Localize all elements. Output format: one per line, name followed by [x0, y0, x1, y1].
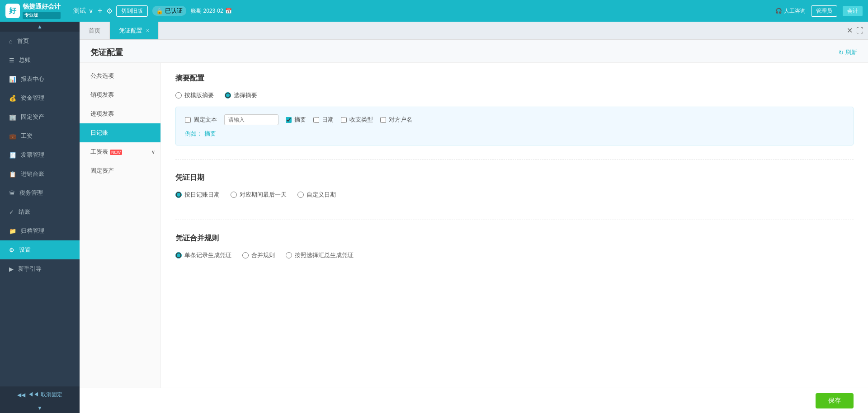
fixed-text-checkbox-input[interactable]: [185, 117, 191, 123]
summary-checkbox-input[interactable]: [286, 117, 292, 123]
refresh-button[interactable]: ↻ 刷新: [839, 48, 857, 56]
tab-凭证配置[interactable]: 凭证配置×: [110, 22, 159, 39]
page-header: 凭证配置 ↻ 刷新: [80, 40, 868, 63]
merge-radio-rules-input[interactable]: [242, 252, 249, 258]
summary-radio-template-input[interactable]: [175, 92, 182, 99]
content-area: 首页凭证配置× ✕ ⛶ 凭证配置 ↻ 刷新 公共选项销项发票进项发票日记账工资表…: [80, 22, 868, 413]
date-radio-custom-input[interactable]: [297, 192, 304, 198]
tab-close-icon[interactable]: ×: [146, 28, 149, 34]
fixed-text-label: 固定文本: [193, 116, 217, 124]
tab-bar: 首页凭证配置× ✕ ⛶: [80, 22, 868, 40]
sidebar-item-首页[interactable]: ⌂首页: [0, 32, 80, 51]
sidebar-item-报表中心[interactable]: 📊报表中心: [0, 70, 80, 89]
income-type-checkbox[interactable]: 收支类型: [341, 116, 373, 124]
logo-sub: 专业版: [23, 12, 61, 19]
left-nav-item-固定资产[interactable]: 固定资产: [80, 161, 160, 180]
fixed-text-input[interactable]: [224, 114, 278, 125]
merge-radio-single-label: 单条记录生成凭证: [184, 251, 231, 259]
add-button[interactable]: +: [98, 6, 103, 16]
sidebar-item-结账[interactable]: ✓结账: [0, 202, 80, 221]
date-radio-last-day[interactable]: 对应期间最后一天: [231, 191, 287, 199]
refresh-icon: ↻: [839, 49, 844, 56]
period-label: 账期: [191, 7, 202, 15]
merge-radio-summary[interactable]: 按照选择汇总生成凭证: [286, 251, 354, 259]
sidebar-scroll-down[interactable]: ▼: [0, 403, 80, 413]
sidebar-icon: 📋: [9, 171, 16, 178]
topbar-actions: + ⚙ 切到旧版: [98, 5, 148, 17]
sidebar: ▲ ⌂首页☰总账📊报表中心💰资金管理🏢固定资产💼工资🧾发票管理📋进销台账🏛税务管…: [0, 22, 80, 413]
summary-radio-template-label: 按模版摘要: [184, 91, 214, 99]
manager-button[interactable]: 管理员: [811, 5, 837, 17]
merge-rules-radio-group: 单条记录生成凭证 合并规则 按照选择汇总生成凭证: [175, 251, 854, 259]
example-value: 摘要: [204, 130, 216, 137]
page-content: 凭证配置 ↻ 刷新 公共选项销项发票进项发票日记账工资表NEW∨固定资产 摘要配…: [80, 40, 868, 413]
left-nav-label: 进项发票: [90, 110, 114, 117]
date-checkbox-input[interactable]: [313, 117, 319, 123]
sidebar-item-资金管理[interactable]: 💰资金管理: [0, 89, 80, 108]
cancel-pin-button[interactable]: ◀◀ ◀◀ 取消固定: [0, 386, 80, 403]
calendar-icon[interactable]: 📅: [225, 8, 232, 14]
summary-radio-select[interactable]: 选择摘要: [225, 91, 257, 99]
pin-icon: ◀◀: [17, 392, 25, 398]
counterpart-checkbox-input[interactable]: [380, 117, 386, 123]
sidebar-label: 归档管理: [21, 227, 44, 235]
left-nav-item-进项发票[interactable]: 进项发票: [80, 104, 160, 123]
merge-radio-single-input[interactable]: [175, 252, 182, 258]
save-button[interactable]: 保存: [816, 393, 854, 408]
sidebar-label: 税务管理: [19, 189, 43, 197]
income-type-label: 收支类型: [349, 116, 373, 124]
sidebar-item-设置[interactable]: ⚙设置: [0, 240, 80, 259]
merge-radio-summary-input[interactable]: [286, 252, 292, 258]
role-button[interactable]: 会计: [843, 6, 863, 16]
income-type-checkbox-input[interactable]: [341, 117, 347, 123]
counterpart-checkbox[interactable]: 对方户名: [380, 116, 412, 124]
date-radio-last-day-label: 对应期间最后一天: [240, 191, 287, 199]
save-bar: 保存: [80, 388, 868, 413]
summary-radio-template[interactable]: 按模版摘要: [175, 91, 214, 99]
sidebar-icon: ☰: [9, 57, 14, 64]
sidebar-label: 资金管理: [21, 94, 44, 102]
summary-checkbox[interactable]: 摘要: [286, 116, 306, 124]
sidebar-icon: 💰: [9, 95, 16, 102]
sidebar-item-工资[interactable]: 💼工资: [0, 127, 80, 145]
tab-首页[interactable]: 首页: [80, 22, 110, 39]
date-checkbox[interactable]: 日期: [313, 116, 334, 124]
gear-button[interactable]: ⚙: [106, 7, 113, 15]
left-nav-item-工资表[interactable]: 工资表NEW∨: [80, 142, 160, 161]
left-nav-item-日记账[interactable]: 日记账: [80, 123, 160, 142]
period-info: 账期 2023-02 📅: [191, 7, 232, 15]
date-radio-journal[interactable]: 按日记账日期: [175, 191, 220, 199]
sidebar-label: 结账: [19, 208, 30, 216]
left-nav-item-销项发票[interactable]: 销项发票: [80, 85, 160, 104]
summary-config-section: 摘要配置 按模版摘要 选择摘要: [175, 74, 854, 160]
sidebar-item-总账[interactable]: ☰总账: [0, 51, 80, 70]
old-version-button[interactable]: 切到旧版: [116, 5, 148, 17]
sidebar-scroll-up[interactable]: ▲: [0, 22, 80, 32]
left-nav: 公共选项销项发票进项发票日记账工资表NEW∨固定资产: [80, 63, 161, 388]
tab-label: 首页: [89, 27, 100, 35]
date-radio-journal-input[interactable]: [175, 192, 182, 198]
sidebar-item-固定资产[interactable]: 🏢固定资产: [0, 108, 80, 127]
close-tab-button[interactable]: ✕: [847, 26, 853, 35]
date-radio-last-day-input[interactable]: [231, 192, 237, 198]
sidebar-item-新手引导[interactable]: ▶新手引导: [0, 259, 80, 278]
project-selector[interactable]: 测试 ∨: [73, 7, 93, 15]
merge-radio-rules[interactable]: 合并规则: [242, 251, 275, 259]
date-radio-custom[interactable]: 自定义日期: [297, 191, 336, 199]
summary-config-box: 固定文本 摘要 日期: [175, 107, 854, 145]
example-prefix: 例如：: [185, 130, 203, 137]
left-nav-item-公共选项[interactable]: 公共选项: [80, 66, 160, 85]
merge-radio-single[interactable]: 单条记录生成凭证: [175, 251, 231, 259]
sidebar-item-归档管理[interactable]: 📁归档管理: [0, 221, 80, 240]
voucher-date-section: 凭证日期 按日记账日期 对应期间最后一天: [175, 173, 854, 220]
sidebar-item-发票管理[interactable]: 🧾发票管理: [0, 145, 80, 164]
consult-button[interactable]: 🎧 人工咨询: [775, 7, 806, 15]
fixed-text-checkbox[interactable]: 固定文本: [185, 116, 217, 124]
sidebar-label: 工资: [21, 132, 33, 140]
expand-tab-button[interactable]: ⛶: [856, 27, 863, 35]
sidebar-item-进销台账[interactable]: 📋进销台账: [0, 164, 80, 183]
sidebar-icon: ⌂: [9, 38, 13, 45]
sidebar-item-税务管理[interactable]: 🏛税务管理: [0, 183, 80, 202]
topbar: 好 畅捷通好会计 专业版 测试 ∨ + ⚙ 切到旧版 🔒 已认证 账期 2023…: [0, 0, 868, 22]
summary-radio-select-input[interactable]: [225, 92, 231, 99]
